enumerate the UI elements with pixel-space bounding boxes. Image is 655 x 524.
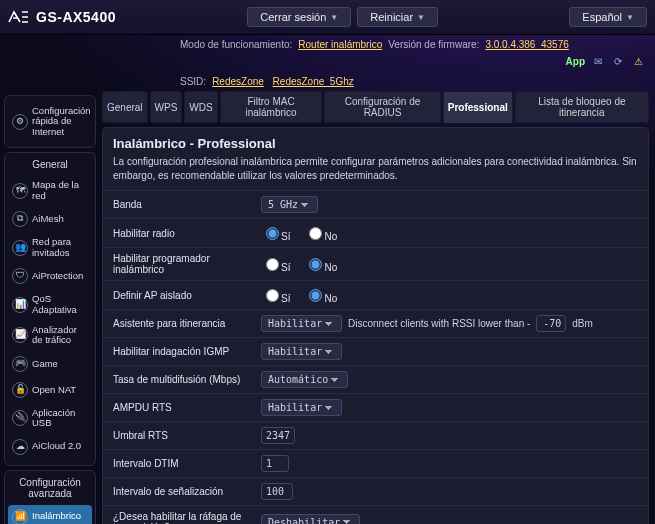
isolated-yes[interactable]: Sí [261, 286, 290, 304]
sidebar-general: General 🗺Mapa de la red⧉AiMesh👥Red para … [4, 152, 96, 465]
sidebar-advanced-title: Configuración avanzada [8, 475, 92, 503]
sched-no[interactable]: No [304, 255, 337, 273]
sidebar-quick-label: Configuración rápida de Internet [32, 106, 91, 137]
fw-label: Versión de firmware: [388, 39, 479, 50]
sidebar: ⚙ Configuración rápida de Internet Gener… [0, 89, 100, 524]
radio-no[interactable]: No [304, 224, 337, 242]
row-scheduler: Habilitar programador inalámbrico Sí No [103, 248, 648, 281]
sidebar-general-item-6[interactable]: 🎮Game [8, 352, 92, 376]
ampdu-rts-select[interactable]: Habilitar [261, 399, 342, 416]
fw-link[interactable]: 3.0.0.4.386_43576 [485, 39, 568, 50]
tab-1[interactable]: WPS [150, 91, 183, 123]
sidebar-general-item-icon-5: 📈 [12, 327, 28, 343]
band-select[interactable]: 5 GHz [261, 196, 318, 213]
main-layout: ⚙ Configuración rápida de Internet Gener… [0, 89, 655, 524]
row-rts-threshold: Umbral RTS [103, 422, 648, 450]
txburst-select[interactable]: Deshabilitar [261, 514, 360, 525]
sidebar-general-title: General [8, 157, 92, 174]
status-icon[interactable]: ⚠ [631, 54, 645, 68]
sidebar-general-item-label-1: AiMesh [32, 214, 64, 224]
feedback-icon[interactable]: ✉ [591, 54, 605, 68]
brand-block: GS-AX5400 [8, 9, 116, 25]
igmp-select[interactable]: Habilitar [261, 343, 342, 360]
chevron-down-icon: ▼ [330, 13, 338, 22]
row-igmp: Habilitar indagación IGMP Habilitar [103, 338, 648, 366]
multicast-select[interactable]: Automático [261, 371, 348, 388]
sched-yes[interactable]: Sí [261, 255, 290, 273]
tab-4[interactable]: Configuración de RADIUS [324, 91, 440, 123]
sidebar-general-item-2[interactable]: 👥Red para invitados [8, 233, 92, 262]
row-dtim: Intervalo DTIM [103, 450, 648, 478]
tab-0[interactable]: General [102, 91, 148, 123]
tab-6[interactable]: Lista de bloqueo de itinerancia [515, 91, 649, 123]
sidebar-general-item-icon-9: ☁ [12, 439, 28, 455]
row-beacon: Intervalo de señalización [103, 478, 648, 506]
roaming-rssi-input[interactable] [536, 315, 566, 332]
sidebar-general-item-label-9: AiCloud 2.0 [32, 441, 81, 451]
sidebar-general-item-7[interactable]: 🔓Open NAT [8, 378, 92, 402]
sidebar-general-item-label-7: Open NAT [32, 385, 76, 395]
roaming-unit: dBm [572, 318, 593, 329]
sidebar-general-item-icon-2: 👥 [12, 240, 28, 256]
row-tx-burst: ¿Desea habilitar la ráfaga de transmisió… [103, 506, 648, 524]
row-roaming-assist: Asistente para itinerancia Habilitar Dis… [103, 310, 648, 338]
language-selector[interactable]: Español▼ [569, 7, 647, 27]
sidebar-advanced-item-0[interactable]: 📶Inalámbrico [8, 505, 92, 524]
sidebar-general-item-5[interactable]: 📈Analizador de tráfico [8, 321, 92, 350]
tab-5[interactable]: Professional [443, 91, 513, 123]
sidebar-general-item-3[interactable]: 🛡AiProtection [8, 264, 92, 288]
op-mode-link[interactable]: Router inalámbrico [298, 39, 382, 50]
info-line: Modo de funcionamiento: Router inalámbri… [0, 35, 655, 89]
reboot-button[interactable]: Reiniciar▼ [357, 7, 438, 27]
chevron-down-icon: ▼ [417, 13, 425, 22]
sidebar-general-item-8[interactable]: 🔌Aplicación USB [8, 404, 92, 433]
sidebar-general-item-label-5: Analizador de tráfico [32, 325, 88, 346]
model-name: GS-AX5400 [36, 9, 116, 25]
sidebar-quick-setup[interactable]: ⚙ Configuración rápida de Internet [4, 95, 96, 148]
dtim-input[interactable] [261, 455, 289, 472]
sidebar-general-item-icon-4: 📊 [12, 297, 28, 313]
sidebar-general-item-icon-7: 🔓 [12, 382, 28, 398]
sidebar-general-item-1[interactable]: ⧉AiMesh [8, 207, 92, 231]
chevron-down-icon: ▼ [626, 13, 634, 22]
tabs-bar: GeneralWPSWDSFiltro MAC inalámbricoConfi… [102, 91, 649, 123]
app-badge[interactable]: App [566, 56, 585, 67]
tab-2[interactable]: WDS [184, 91, 217, 123]
sidebar-general-item-label-8: Aplicación USB [32, 408, 88, 429]
sidebar-general-item-label-2: Red para invitados [32, 237, 88, 258]
ssid-link-1[interactable]: RedesZone [212, 76, 264, 87]
row-band: Banda 5 GHz [103, 191, 648, 219]
isolated-no[interactable]: No [304, 286, 337, 304]
settings-rows: Banda 5 GHz Habilitar radio Sí No Habili… [103, 190, 648, 524]
gear-icon: ⚙ [12, 114, 28, 130]
beacon-input[interactable] [261, 483, 293, 500]
main-panel: GeneralWPSWDSFiltro MAC inalámbricoConfi… [100, 89, 655, 524]
row-ap-isolated: Definir AP aislado Sí No [103, 281, 648, 310]
tab-3[interactable]: Filtro MAC inalámbrico [220, 91, 323, 123]
sidebar-advanced-item-label-0: Inalámbrico [32, 511, 81, 521]
sidebar-advanced: Configuración avanzada 📶Inalámbrico🖧LAN🌐… [4, 470, 96, 524]
sidebar-general-item-0[interactable]: 🗺Mapa de la red [8, 176, 92, 205]
sidebar-general-item-label-3: AiProtection [32, 271, 83, 281]
restart-icon[interactable]: ⟳ [611, 54, 625, 68]
row-ampdu-rts: AMPDU RTS Habilitar [103, 394, 648, 422]
row-multicast-rate: Tasa de multidifusión (Mbps) Automático [103, 366, 648, 394]
sidebar-general-item-icon-3: 🛡 [12, 268, 28, 284]
rts-threshold-input[interactable] [261, 427, 295, 444]
sidebar-general-item-icon-6: 🎮 [12, 356, 28, 372]
logout-button[interactable]: Cerrar sesión▼ [247, 7, 351, 27]
roaming-select[interactable]: Habilitar [261, 315, 342, 332]
content-panel: Inalámbrico - Professional La configurac… [102, 127, 649, 524]
sidebar-general-item-label-6: Game [32, 359, 58, 369]
sidebar-advanced-item-icon-0: 📶 [12, 509, 28, 524]
sidebar-general-item-icon-8: 🔌 [12, 410, 28, 426]
ssid-link-2[interactable]: RedesZone_5Ghz [273, 76, 354, 87]
asus-logo-icon [8, 10, 30, 24]
sidebar-general-item-icon-1: ⧉ [12, 211, 28, 227]
panel-title: Inalámbrico - Professional [103, 128, 648, 155]
sidebar-general-item-9[interactable]: ☁AiCloud 2.0 [8, 435, 92, 459]
sidebar-general-item-4[interactable]: 📊QoS Adaptativa [8, 290, 92, 319]
sidebar-general-item-icon-0: 🗺 [12, 183, 28, 199]
row-enable-radio: Habilitar radio Sí No [103, 219, 648, 248]
radio-yes[interactable]: Sí [261, 224, 290, 242]
